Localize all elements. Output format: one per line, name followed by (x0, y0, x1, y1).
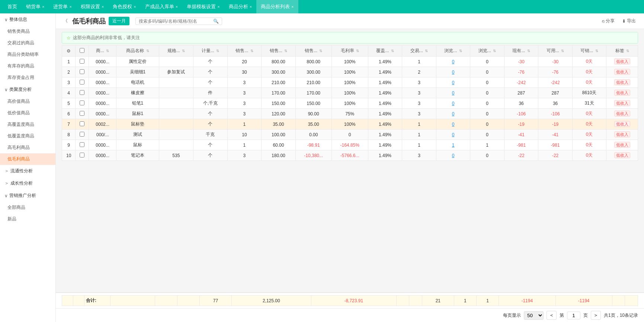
col-settings[interactable]: ⚙ (62, 45, 76, 57)
row-select-checkbox[interactable] (80, 69, 84, 74)
nav-close-product-inbound[interactable]: × (176, 4, 178, 9)
row-select-checkbox[interactable] (80, 101, 84, 105)
row-views1[interactable]: 0 (436, 98, 470, 109)
col-unit[interactable]: 计量... ⇅ (193, 45, 228, 57)
nav-template-settings[interactable]: 单据模板设置 × (182, 0, 224, 13)
sidebar-item-low-margin[interactable]: 低毛利商品 (0, 153, 55, 165)
row-sales-amount: 800.00 (262, 57, 296, 67)
row-current-stock: 287 (504, 88, 538, 98)
col-name[interactable]: 商品名称 ⇅ (116, 45, 159, 57)
row-checkbox[interactable] (76, 67, 89, 77)
row-views1[interactable]: 1 (436, 140, 470, 150)
nav-close-analysis-list[interactable]: × (291, 4, 294, 9)
prev-page-btn[interactable]: ＜ (547, 311, 557, 320)
row-views1[interactable]: 0 (436, 130, 470, 140)
col-sales-qty[interactable]: 销售... ⇅ (227, 45, 262, 57)
nav-product-inbound[interactable]: 产成品入库单 × (141, 0, 182, 13)
row-checkbox[interactable] (76, 109, 89, 119)
nav-close-role-auth[interactable]: × (134, 4, 136, 9)
nav-close-product-analysis[interactable]: × (250, 4, 252, 9)
nav-permissions[interactable]: 权限设置 × (76, 0, 108, 13)
row-select-checkbox[interactable] (80, 142, 84, 147)
row-checkbox[interactable] (76, 77, 89, 88)
row-views1[interactable]: 0 (436, 109, 470, 119)
sidebar-item-low-coverage[interactable]: 低覆盖度商品 (0, 130, 55, 142)
col-gross-rate[interactable]: 毛利率 ⇅ (331, 45, 368, 57)
share-btn[interactable]: ⎋ 分享 (600, 17, 617, 25)
sidebar-item-low-value[interactable]: 低价值商品 (0, 107, 55, 119)
sidebar-item-new-products[interactable]: 新品 (0, 213, 55, 225)
page-number-input[interactable] (567, 312, 580, 319)
row-code: 000/... (89, 130, 116, 140)
row-checkbox[interactable] (76, 150, 89, 161)
row-views1[interactable]: 0 (436, 88, 470, 98)
search-input[interactable] (139, 19, 213, 24)
row-views1[interactable]: 0 (436, 57, 470, 67)
col-spec[interactable]: 规格... ⇅ (159, 45, 193, 57)
row-checkbox[interactable] (76, 119, 89, 130)
nav-product-analysis[interactable]: 商品分析 × (224, 0, 256, 13)
col-available-stock[interactable]: 可用... ⇅ (538, 45, 573, 57)
row-views1[interactable]: 0 (436, 150, 470, 161)
nav-close-purchase-order[interactable]: × (69, 4, 71, 9)
col-sales-profit[interactable]: 销售... ⇅ (295, 45, 331, 57)
row-views1[interactable]: 0 (436, 67, 470, 77)
sidebar-item-stock-funds[interactable]: 库存资金占用 (0, 72, 55, 83)
sidebar-group-liquidity[interactable]: ＞ 流通性分析 (0, 165, 55, 177)
select-all-checkbox[interactable] (80, 48, 84, 53)
sidebar-item-category-rate[interactable]: 商品分类助销率 (0, 49, 55, 60)
col-sellable-days[interactable]: 可销... ⇅ (572, 45, 606, 57)
next-page-btn[interactable]: ＞ (591, 311, 601, 320)
nav-close-permissions[interactable]: × (102, 4, 104, 9)
search-icon[interactable]: 🔍 (213, 19, 219, 24)
row-views1[interactable]: 0 (436, 119, 470, 130)
sidebar-group-cluster[interactable]: ∨ 类聚度分析 (0, 83, 55, 96)
row-select-checkbox[interactable] (80, 153, 84, 157)
row-checkbox[interactable] (76, 57, 89, 67)
sidebar-item-sales-products[interactable]: 销售类商品 (0, 26, 55, 37)
col-sales-amount[interactable]: 销售... ⇅ (262, 45, 296, 57)
row-gross-rate: 75% (331, 109, 368, 119)
filter-recent-month-btn[interactable]: 近一月 (109, 17, 129, 25)
col-views2[interactable]: 浏览... ⇅ (470, 45, 504, 57)
sidebar-group-marketing[interactable]: ∨ 营销推广分析 (0, 189, 55, 202)
sidebar-item-high-margin[interactable]: 高毛利商品 (0, 142, 55, 153)
sidebar-group-growth[interactable]: ＞ 成长性分析 (0, 177, 55, 189)
row-select-checkbox[interactable] (80, 121, 84, 126)
nav-close-sales-order[interactable]: × (42, 4, 44, 9)
sidebar-item-all-products[interactable]: 全部商品 (0, 202, 55, 213)
nav-sales-order[interactable]: 销货单 × (22, 0, 49, 13)
col-checkbox-all[interactable] (76, 45, 89, 57)
row-select-checkbox[interactable] (80, 111, 84, 116)
nav-purchase-order[interactable]: 进货单 × (49, 0, 76, 13)
row-select-checkbox[interactable] (80, 132, 84, 137)
nav-home[interactable]: 首页 (3, 0, 22, 13)
nav-role-auth[interactable]: 角色授权 × (108, 0, 140, 13)
sidebar-item-stock-products[interactable]: 有库存的商品 (0, 60, 55, 72)
row-checkbox[interactable] (76, 88, 89, 98)
nav-close-template-settings[interactable]: × (217, 4, 220, 9)
sidebar-collapse-btn[interactable]: 《 (62, 16, 69, 26)
col-tags[interactable]: 标签 ⇅ (606, 45, 638, 57)
nav-analysis-list[interactable]: 商品分析列表 × (256, 0, 298, 13)
col-views1[interactable]: 浏览... ⇅ (436, 45, 470, 57)
export-btn[interactable]: ⬇ 导出 (620, 17, 638, 25)
row-checkbox[interactable] (76, 140, 89, 150)
col-trade[interactable]: 交易... ⇅ (402, 45, 436, 57)
sidebar-item-traded-products[interactable]: 交易过的商品 (0, 37, 55, 49)
row-select-checkbox[interactable] (80, 90, 84, 95)
row-select-checkbox[interactable] (80, 59, 84, 64)
row-views1[interactable]: 0 (436, 77, 470, 88)
row-checkbox[interactable] (76, 98, 89, 109)
table-container[interactable]: ⚙ 商... ⇅ 商品名称 ⇅ 规格... ⇅ 计量... ⇅ 销售... ⇅ … (56, 45, 644, 292)
sidebar-item-high-coverage[interactable]: 高覆盖度商品 (0, 119, 55, 130)
row-unit: 个 (193, 67, 228, 77)
col-coverage[interactable]: 覆盖... ⇅ (368, 45, 402, 57)
per-page-select[interactable]: 50 100 (524, 311, 544, 320)
col-current-stock[interactable]: 现有... ⇅ (504, 45, 538, 57)
sidebar-item-high-value[interactable]: 高价值商品 (0, 96, 55, 107)
sidebar-group-overall[interactable]: ∨ 整体信息 (0, 13, 55, 26)
row-select-checkbox[interactable] (80, 80, 84, 85)
row-checkbox[interactable] (76, 130, 89, 140)
col-code[interactable]: 商... ⇅ (89, 45, 116, 57)
